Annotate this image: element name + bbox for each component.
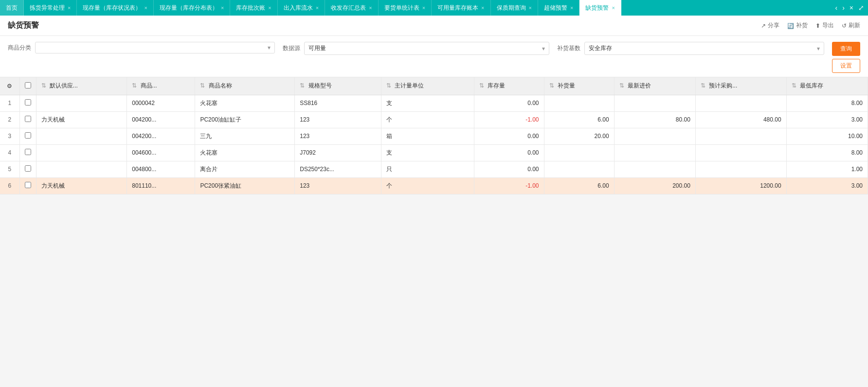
row-check-4[interactable] [25,149,31,155]
col-unit[interactable]: ⇅ 主计量单位 [381,77,474,95]
row-check-1[interactable] [25,99,31,106]
tab-shortage-close[interactable]: × [612,5,615,11]
settings-button[interactable]: 设置 [832,59,860,73]
tab-inventory-status[interactable]: 现存量（库存状况表） × [77,0,153,16]
row-price-6: 200.00 [614,177,695,194]
row-spec-6: 123 [295,177,381,194]
tab-expiry-query[interactable]: 保质期查询 × [491,0,538,16]
table-row: 3 004200... 三九 123 箱 0.00 20.00 10.00 [0,128,868,144]
row-est-5 [695,161,786,177]
tab-prev-button[interactable]: ‹ [833,3,839,13]
tab-inout-flow[interactable]: 出入库流水 × [278,0,325,16]
refresh-button[interactable]: 刷新 [842,21,860,30]
row-stock-2: -1.00 [474,111,544,128]
tab-exception[interactable]: 拣货异常处理 × [24,0,77,16]
row-check-2[interactable] [25,116,31,122]
sort-icon-stock: ⇅ [479,82,484,89]
row-code-3: 004200... [127,128,195,144]
table-container: ⇅ 默认供应... ⇅ 商品... ⇅ 商品名称 ⇅ 规格型号 [0,77,868,194]
tab-inout-flow-close[interactable]: × [316,5,319,11]
query-button[interactable]: 查询 [832,42,860,56]
col-spec[interactable]: ⇅ 规格型号 [295,77,381,95]
replenish-base-select[interactable]: 安全库存 ▾ [584,42,824,55]
tab-inventory-status-close[interactable]: × [144,5,147,11]
col-price-label: 最新进价 [628,82,651,89]
col-est-label: 预计采购... [709,82,737,89]
tab-overstock-close[interactable]: × [570,5,573,11]
tab-batch-account[interactable]: 库存批次账 × [230,0,277,16]
sort-icon-est: ⇅ [701,82,705,89]
share-button[interactable]: 分享 [761,21,779,30]
tab-inventory-dist[interactable]: 现存量（库存分布表） × [154,0,230,16]
tab-controls: ‹ › × ⤢ [831,3,868,13]
tab-receipt-summary-close[interactable]: × [369,5,372,11]
tab-overstock[interactable]: 超储预警 × [538,0,579,16]
row-replenish-1 [544,95,614,111]
tab-next-button[interactable]: › [840,3,847,13]
col-checkbox[interactable] [19,77,36,95]
row-replenish-5 [544,161,614,177]
tab-batch-account-label: 库存批次账 [236,4,265,12]
tab-home[interactable]: 首页 [0,0,24,16]
col-latest-price[interactable]: ⇅ 最新进价 [614,77,695,95]
col-code-label: 商品... [141,82,157,89]
col-settings[interactable] [0,77,19,95]
tab-fullscreen-button[interactable]: ⤢ [856,3,866,13]
table-row: 6 力天机械 801110... PC200张紧油缸 123 个 -1.00 6… [0,177,868,194]
row-num-4: 4 [0,144,19,161]
row-checkbox-2[interactable] [19,111,36,128]
row-name-6: PC200张紧油缸 [195,177,295,194]
row-price-4 [614,144,695,161]
row-spec-3: 123 [295,128,381,144]
row-minstock-5: 1.00 [786,161,868,177]
tab-expiry-query-close[interactable]: × [529,5,532,11]
tab-order-stats[interactable]: 要货单统计表 × [379,0,432,16]
col-name-label: 商品名称 [209,82,232,89]
row-replenish-4 [544,144,614,161]
row-replenish-3: 20.00 [544,128,614,144]
row-est-4 [695,144,786,161]
filter-action-buttons: 查询 设置 [832,42,860,73]
col-replenish-qty[interactable]: ⇅ 补货量 [544,77,614,95]
col-stock[interactable]: ⇅ 库存量 [474,77,544,95]
tab-close-all-button[interactable]: × [848,3,855,13]
row-code-6: 801110... [127,177,195,194]
tab-order-stats-close[interactable]: × [422,5,425,11]
col-product-name[interactable]: ⇅ 商品名称 [195,77,295,95]
col-est-purchase[interactable]: ⇅ 预计采购... [695,77,786,95]
datasource-select[interactable]: 可用量 ▾ [304,42,550,55]
page-header: 缺货预警 分享 补货 导出 刷新 [0,16,868,36]
tab-inventory-dist-close[interactable]: × [221,5,224,11]
share-label: 分享 [768,21,779,30]
category-select[interactable]: ▾ [35,42,275,53]
row-name-1: 火花塞 [195,95,295,111]
tab-shortage[interactable]: 缺货预警 × [579,0,621,16]
row-check-3[interactable] [25,132,31,139]
row-spec-5: DS250*23c... [295,161,381,177]
row-checkbox-6[interactable] [19,177,36,194]
row-supplier-2: 力天机械 [36,111,127,128]
row-check-6[interactable] [25,182,31,188]
col-default-supplier[interactable]: ⇅ 默认供应... [36,77,127,95]
replenish-button[interactable]: 补货 [787,21,808,30]
row-checkbox-1[interactable] [19,95,36,111]
share-icon [761,22,766,29]
tab-exception-close[interactable]: × [68,5,71,11]
col-min-stock[interactable]: ⇅ 最低库存 [786,77,868,95]
table-row: 4 004600... 火花塞 J7092 支 0.00 8.00 [0,144,868,161]
col-product-code[interactable]: ⇅ 商品... [127,77,195,95]
row-supplier-3 [36,128,127,144]
select-all-checkbox[interactable] [25,82,31,88]
export-button[interactable]: 导出 [815,21,834,30]
row-checkbox-4[interactable] [19,144,36,161]
tab-available-ledger-close[interactable]: × [481,5,484,11]
tab-batch-account-close[interactable]: × [268,5,271,11]
tab-available-ledger[interactable]: 可用量库存账本 × [432,0,490,16]
sort-icon-replenish: ⇅ [549,82,554,89]
row-num-2: 2 [0,111,19,128]
row-checkbox-3[interactable] [19,128,36,144]
row-check-5[interactable] [25,165,31,172]
tab-receipt-summary[interactable]: 收发存汇总表 × [325,0,378,16]
row-checkbox-5[interactable] [19,161,36,177]
sort-icon-unit: ⇅ [386,82,391,89]
